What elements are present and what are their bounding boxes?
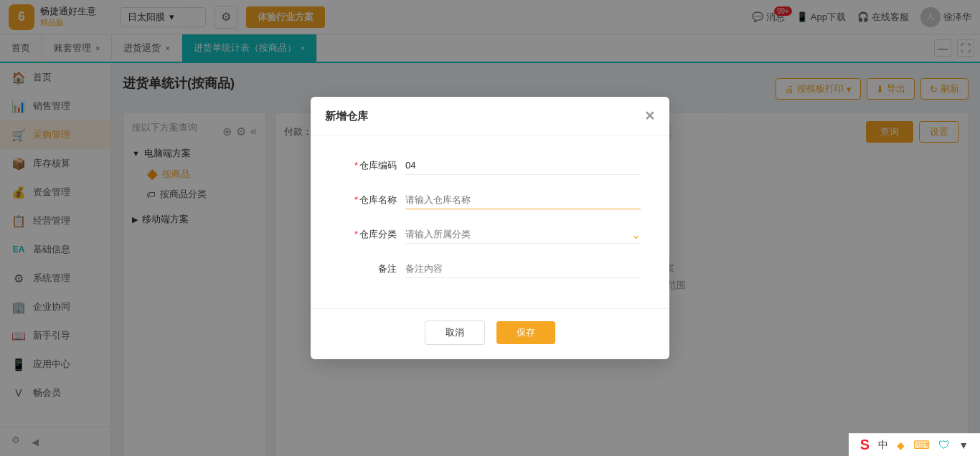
save-btn[interactable]: 保存 [496, 321, 555, 344]
s-icon[interactable]: S [860, 437, 870, 453]
bottom-bar: S 中 ◆ ⌨ 🛡 ▼ [849, 433, 980, 456]
modal-close-btn[interactable]: ✕ [644, 108, 655, 124]
required-star-category: * [354, 229, 358, 239]
category-label: *仓库分类 [339, 228, 397, 241]
required-star-name: * [354, 194, 358, 205]
keyboard-icon[interactable]: ⌨ [913, 438, 930, 452]
modal-footer: 取消 保存 [311, 308, 669, 359]
form-row-remark: 备注 [339, 260, 641, 278]
form-row-name: *仓库名称 [339, 191, 641, 209]
cancel-btn[interactable]: 取消 [425, 320, 485, 345]
modal-title: 新增仓库 [325, 110, 368, 123]
modal-body: *仓库编码 *仓库名称 *仓库分类 ⌄ [311, 136, 669, 308]
add-warehouse-modal: 新增仓库 ✕ *仓库编码 *仓库名称 *仓库分类 [311, 97, 669, 359]
name-label: *仓库名称 [339, 194, 397, 206]
form-row-category: *仓库分类 ⌄ [339, 225, 641, 244]
code-label: *仓库编码 [339, 159, 397, 172]
category-input[interactable] [405, 225, 641, 243]
required-star-code: * [354, 160, 358, 171]
chinese-input-icon[interactable]: 中 [878, 439, 888, 452]
category-select-wrap: ⌄ [405, 225, 641, 244]
shield-icon[interactable]: 🛡 [938, 439, 950, 452]
modal-header: 新增仓库 ✕ [311, 97, 669, 136]
form-row-code: *仓库编码 [339, 156, 641, 175]
down-arrow-icon[interactable]: ▼ [958, 440, 969, 451]
warehouse-code-input[interactable] [405, 156, 641, 175]
remark-label: 备注 [339, 262, 397, 275]
diamond-icon[interactable]: ◆ [897, 440, 905, 451]
remark-input[interactable] [405, 260, 641, 278]
modal-overlay: 新增仓库 ✕ *仓库编码 *仓库名称 *仓库分类 [0, 0, 980, 456]
warehouse-name-input[interactable] [405, 191, 641, 209]
